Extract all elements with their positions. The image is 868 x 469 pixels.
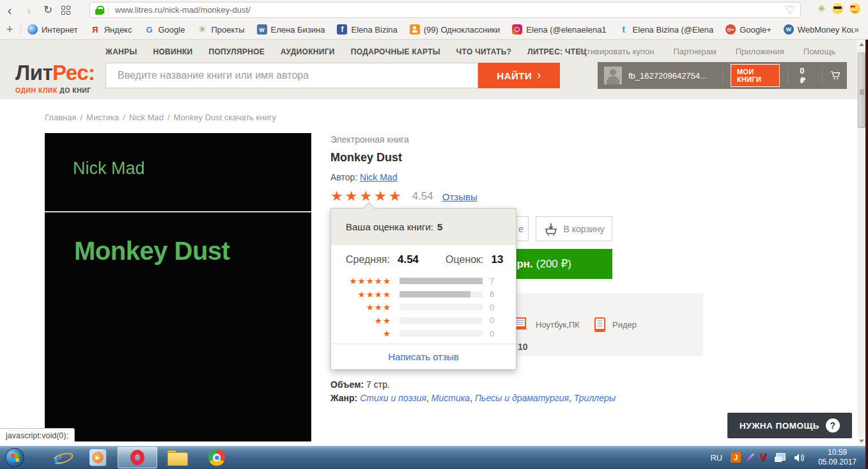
bookmark-gplus[interactable]: G+Google+ — [725, 24, 771, 35]
bookmark-label: WebMoney Кошелё — [798, 25, 854, 35]
genre-link[interactable]: Мистика — [431, 393, 470, 403]
url-text[interactable]: www.litres.ru/nick-mad/monkey-dust/ — [115, 5, 786, 15]
start-button[interactable] — [5, 448, 24, 467]
balance[interactable]: 0 ₽ — [796, 66, 814, 85]
taskbar-explorer[interactable] — [157, 446, 197, 469]
speed-dial-icon[interactable] — [61, 6, 70, 15]
search-input[interactable] — [105, 63, 478, 88]
bookmark-webmoney[interactable]: WWebMoney Кошелё — [784, 24, 854, 35]
back-button[interactable]: ‹ — [0, 1, 19, 19]
rating-row-4-stars: ★★★★6 — [331, 288, 516, 301]
username[interactable]: fb_1627209642754... — [628, 71, 707, 81]
help-button-label: НУЖНА ПОМОЩЬ — [740, 421, 819, 431]
reload-button[interactable]: ↻ — [38, 1, 58, 19]
tray-clock[interactable]: 10:59 05.09.2017 — [813, 448, 862, 467]
opera-icon — [130, 450, 144, 465]
volume-row: Объем: 7 стр. — [330, 379, 390, 390]
bookmark-yandex[interactable]: ЯЯндекс — [90, 24, 132, 35]
bookmark-instagram[interactable]: Elena (@elenaelena1 — [512, 24, 606, 35]
add-bookmark-button[interactable]: + — [6, 23, 20, 36]
cover-author: Nick Mad — [73, 159, 145, 179]
rating-row: ★★★★★ 4.54 Отзывы — [330, 188, 477, 205]
taskbar-chrome[interactable] — [197, 446, 236, 469]
row-stars: ★★★★ — [331, 289, 391, 299]
bookmark-label: Google+ — [740, 25, 771, 35]
extension-heart-eyes-icon[interactable] — [849, 3, 860, 14]
bookmark-twitter[interactable]: tElena Bizina (@Elena — [619, 24, 714, 35]
breadcrumb-item[interactable]: Nick Mad — [129, 113, 164, 122]
taskbar-ie[interactable]: e — [38, 446, 78, 469]
nav-item-2[interactable]: ПОПУЛЯРНОЕ — [208, 47, 265, 56]
top-link-1[interactable]: Партнерам — [673, 47, 716, 56]
forward-button[interactable]: › — [19, 1, 38, 19]
row-bar — [399, 304, 483, 310]
search-button[interactable]: НАЙТИ› — [478, 63, 560, 88]
v-tray-icon[interactable]: V — [759, 452, 766, 463]
avatar[interactable] — [604, 67, 622, 84]
yandex-icon: Я — [90, 24, 100, 35]
need-help-button[interactable]: НУЖНА ПОМОЩЬ ? — [727, 413, 852, 438]
extension-sunglasses-icon[interactable] — [832, 3, 843, 14]
partially-hidden-number: 10 — [518, 342, 528, 352]
scrollbar-thumb[interactable] — [858, 52, 865, 128]
java-tray-icon[interactable]: J — [731, 452, 741, 463]
nav-item-3[interactable]: АУДИОКНИГИ — [281, 47, 335, 56]
cart-button-label: В корзину — [564, 224, 605, 234]
write-review-link[interactable]: Написать отзыв — [388, 351, 459, 362]
bookmark-google[interactable]: GGoogle — [144, 24, 185, 35]
breadcrumb-item[interactable]: Мистика — [86, 113, 119, 122]
heart-bookmark-icon[interactable]: ♡ — [786, 3, 795, 17]
popup-footer: Написать отзыв — [331, 344, 516, 369]
screen-edge — [865, 40, 868, 469]
bookmark-ok[interactable]: (99) Одноклассники — [410, 24, 500, 35]
taskbar-media-player[interactable]: ▶ — [78, 446, 118, 469]
media-player-icon: ▶ — [89, 449, 106, 466]
bookmark-label: Елена Бизина — [271, 25, 325, 35]
nav-item-4[interactable]: ПОДАРОЧНЫЕ КАРТЫ — [351, 47, 440, 56]
bookmark-projects[interactable]: ✳Проекты — [197, 24, 244, 35]
bookmark-facebook[interactable]: fElena Bizina — [337, 24, 397, 35]
breadcrumb-item[interactable]: Главная — [45, 113, 76, 122]
author-link[interactable]: Nick Mad — [360, 172, 397, 182]
row-stars: ★★★★★ — [331, 276, 391, 286]
language-indicator[interactable]: RU — [710, 453, 722, 463]
buy-price-alt: (200 ₽) — [536, 257, 571, 271]
genre-link[interactable]: Стихи и поэзия — [360, 393, 426, 403]
rating-row-2-stars: ★★0 — [331, 314, 516, 328]
scroll-down-arrow[interactable] — [857, 436, 866, 446]
system-tray: RU J V 10:59 05.09.2017 — [710, 448, 868, 467]
top-link-0[interactable]: Активировать купон — [577, 47, 654, 56]
popup-header: Ваша оценка книги: 5 — [331, 209, 516, 245]
bookmark-vk[interactable]: wЕлена Бизина — [257, 24, 325, 35]
add-to-cart-button[interactable]: В корзину — [536, 216, 612, 241]
reviews-link[interactable]: Отзывы — [442, 191, 477, 202]
scroll-up-arrow[interactable] — [857, 40, 866, 49]
bookmark-globe[interactable]: Интернет — [27, 24, 78, 35]
litres-logo[interactable]: ЛитРес: один клик до книг — [15, 61, 95, 94]
my-books-button[interactable]: МОИ КНИГИ — [731, 64, 780, 87]
genre-link[interactable]: Пьесы и драматургия — [475, 393, 569, 403]
pen-tray-icon[interactable] — [746, 453, 754, 461]
breadcrumb-item[interactable]: Monkey Dust скачать книгу — [174, 113, 276, 122]
rating-stars[interactable]: ★★★★★ — [330, 188, 403, 205]
url-separator — [108, 5, 109, 15]
book-cover[interactable]: Nick Mad Monkey Dust — [45, 133, 311, 441]
genre-label: Жанр: — [330, 393, 357, 403]
url-bar[interactable]: www.litres.ru/nick-mad/monkey-dust/ ♡ — [89, 2, 801, 18]
nav-item-1[interactable]: НОВИНКИ — [153, 47, 192, 56]
bookmark-label: Интернет — [42, 25, 78, 35]
top-link-3[interactable]: Помощь — [803, 47, 835, 56]
page-scrollbar[interactable] — [857, 40, 866, 446]
taskbar-opera-active[interactable] — [118, 447, 157, 468]
bookmark-label: Яндекс — [104, 25, 132, 35]
genre-link[interactable]: Триллеры — [574, 393, 616, 403]
bookmarks-overflow-chevron[interactable]: » — [854, 24, 868, 35]
volume-tray-icon[interactable] — [794, 453, 805, 463]
cart-icon[interactable] — [830, 70, 841, 81]
top-link-2[interactable]: Приложения — [736, 47, 784, 56]
network-tray-icon[interactable] — [775, 453, 786, 462]
nav-item-0[interactable]: ЖАНРЫ — [105, 47, 137, 56]
vk-icon: w — [257, 24, 267, 35]
extension-splash-icon[interactable]: ✳ — [818, 3, 826, 15]
nav-item-5[interactable]: ЧТО ЧИТАТЬ? — [456, 47, 511, 56]
